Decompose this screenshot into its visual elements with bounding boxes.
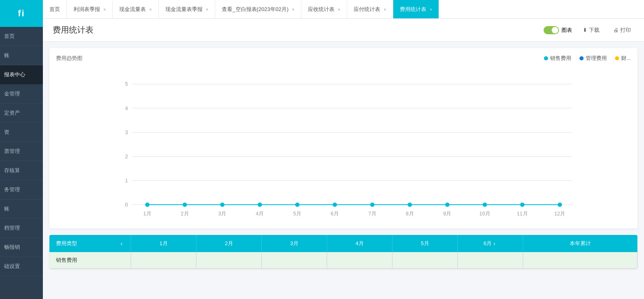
sidebar-item-reports[interactable]: 报表中心 [0, 65, 43, 84]
table-cell-total [523, 252, 637, 268]
svg-point-33 [483, 203, 487, 207]
page-title: 费用统计表 [53, 24, 94, 35]
tab-close-cashflow[interactable]: × [149, 7, 152, 12]
tab-close-payable[interactable]: × [383, 7, 386, 12]
chart-toggle[interactable] [544, 26, 559, 34]
chart-legend: 销售费用 管理费用 财... [544, 55, 631, 62]
tab-blank-report[interactable]: 查看_空白报表(2023年02月) × [215, 0, 301, 19]
tab-home[interactable]: 首页 [43, 0, 67, 19]
tab-payable[interactable]: 应付统计表 × [347, 0, 393, 19]
svg-point-34 [520, 203, 525, 207]
table-cell-v1 [131, 252, 196, 268]
svg-point-30 [370, 203, 374, 207]
svg-text:9月: 9月 [443, 211, 451, 217]
table-cell-v2 [196, 252, 262, 268]
sidebar-item-assets[interactable]: 定资产 [0, 104, 43, 123]
tab-close-expense-stats[interactable]: × [430, 7, 432, 12]
sidebar-item-settings[interactable]: 础设置 [0, 257, 43, 276]
tab-close-cashflow-quarter[interactable]: × [206, 7, 208, 12]
sidebar-item-finance[interactable]: 金管理 [0, 84, 43, 104]
page-content: 费用统计表 图表 ⬇ 下载 🖨 打印 费用趋势图 [43, 19, 644, 299]
legend-label-sales: 销售费用 [550, 55, 571, 62]
tab-bar: 首页 利润表季报 × 现金流量表 × 现金流量表季报 × 查看_空白报表(202… [43, 0, 644, 19]
svg-point-28 [295, 203, 300, 207]
chart-svg: 5 4 3 2 1 0 1月 2月 3月 4月 5月 6月 7月 8月 9月 [56, 67, 631, 222]
sidebar: fi 首页 账 报表中心 金管理 定资产 资 票管理 存核算 务管理 账 档管理… [0, 0, 43, 299]
table-header-m4: 4月 [327, 235, 392, 252]
svg-text:2月: 2月 [181, 211, 189, 217]
svg-point-25 [183, 203, 187, 207]
legend-label-admin: 管理费用 [586, 55, 607, 62]
tab-expense-stats[interactable]: 费用统计表 × [393, 0, 439, 19]
legend-label-finance: 财... [621, 55, 631, 62]
tab-close-profit[interactable]: × [103, 7, 106, 12]
legend-dot-finance [615, 56, 619, 60]
table-prev-arrow[interactable]: ‹ [119, 240, 124, 247]
sidebar-item-archive[interactable]: 档管理 [0, 219, 43, 238]
svg-text:7月: 7月 [368, 211, 377, 217]
sidebar-item-capital[interactable]: 资 [0, 123, 43, 142]
chart-toggle-group: 图表 [544, 26, 572, 34]
svg-text:0: 0 [125, 202, 128, 208]
svg-point-32 [445, 203, 450, 207]
svg-text:2: 2 [125, 154, 128, 159]
svg-point-24 [145, 203, 149, 207]
chart-svg-container: 5 4 3 2 1 0 1月 2月 3月 4月 5月 6月 7月 8月 9月 [56, 67, 631, 222]
table-cell-v6 [458, 252, 523, 268]
svg-text:5月: 5月 [293, 211, 301, 217]
svg-text:12月: 12月 [554, 211, 565, 217]
tab-cashflow[interactable]: 现金流量表 × [113, 0, 158, 19]
sidebar-item-service[interactable]: 务管理 [0, 180, 43, 199]
table-cell-v3 [262, 252, 327, 268]
table-header-m2: 2月 [196, 235, 262, 252]
tab-profit[interactable]: 利润表季报 × [67, 0, 113, 19]
svg-point-27 [258, 203, 262, 207]
sidebar-item-inventory[interactable]: 存核算 [0, 161, 43, 180]
svg-text:3: 3 [125, 130, 128, 135]
svg-point-31 [408, 203, 412, 207]
tab-close-blank-report[interactable]: × [292, 7, 294, 12]
svg-text:4月: 4月 [256, 211, 264, 217]
sidebar-item-ledger[interactable]: 账 [0, 199, 43, 219]
tab-receivable[interactable]: 应收统计表 × [301, 0, 347, 19]
page-header: 费用统计表 图表 ⬇ 下载 🖨 打印 [43, 19, 644, 42]
tab-cashflow-quarter[interactable]: 现金流量表季报 × [159, 0, 215, 19]
svg-point-35 [558, 203, 562, 207]
header-actions: 图表 ⬇ 下载 🖨 打印 [544, 25, 634, 35]
table-header-m1: 1月 [131, 235, 196, 252]
table-header-type: 费用类型 ‹ [49, 235, 131, 252]
table-header-m6: 6月 › [458, 235, 523, 252]
print-button[interactable]: 🖨 打印 [610, 25, 634, 35]
table-row: 销售费用 [49, 252, 637, 269]
legend-item-admin: 管理费用 [579, 55, 607, 62]
table-cell-v4 [327, 252, 392, 268]
table-cell-type: 销售费用 [49, 252, 131, 268]
svg-text:10月: 10月 [479, 211, 490, 217]
download-button[interactable]: ⬇ 下载 [579, 25, 603, 35]
legend-dot-sales [544, 56, 548, 60]
svg-text:8月: 8月 [406, 211, 414, 217]
svg-text:11月: 11月 [517, 211, 528, 217]
chart-title: 费用趋势图 [56, 55, 82, 62]
table-header-m3: 3月 [262, 235, 327, 252]
table-header: 费用类型 ‹ 1月 2月 3月 4月 5月 6月 › 本年累计 [49, 235, 637, 252]
chart-toggle-label: 图表 [562, 27, 572, 34]
svg-point-29 [333, 203, 337, 207]
download-icon: ⬇ [583, 27, 587, 33]
sidebar-item-expense[interactable]: 畅报销 [0, 238, 43, 257]
table-next-arrow[interactable]: › [492, 240, 497, 247]
data-table-container: 费用类型 ‹ 1月 2月 3月 4月 5月 6月 › 本年累计 销售费用 [49, 235, 637, 269]
legend-item-finance: 财... [615, 55, 631, 62]
svg-text:1: 1 [125, 178, 128, 184]
sidebar-item-home[interactable]: 首页 [0, 27, 43, 46]
tab-close-receivable[interactable]: × [338, 7, 340, 12]
svg-text:1月: 1月 [143, 211, 152, 217]
main-area: 首页 利润表季报 × 现金流量表 × 现金流量表季报 × 查看_空白报表(202… [43, 0, 644, 299]
svg-text:3月: 3月 [218, 211, 226, 217]
svg-text:4: 4 [125, 106, 128, 111]
sidebar-item-invoice[interactable]: 票管理 [0, 142, 43, 161]
sidebar-item-account[interactable]: 账 [0, 46, 43, 65]
chart-header: 费用趋势图 销售费用 管理费用 财... [56, 55, 631, 62]
print-icon: 🖨 [613, 27, 619, 33]
table-header-total: 本年累计 [523, 235, 637, 252]
